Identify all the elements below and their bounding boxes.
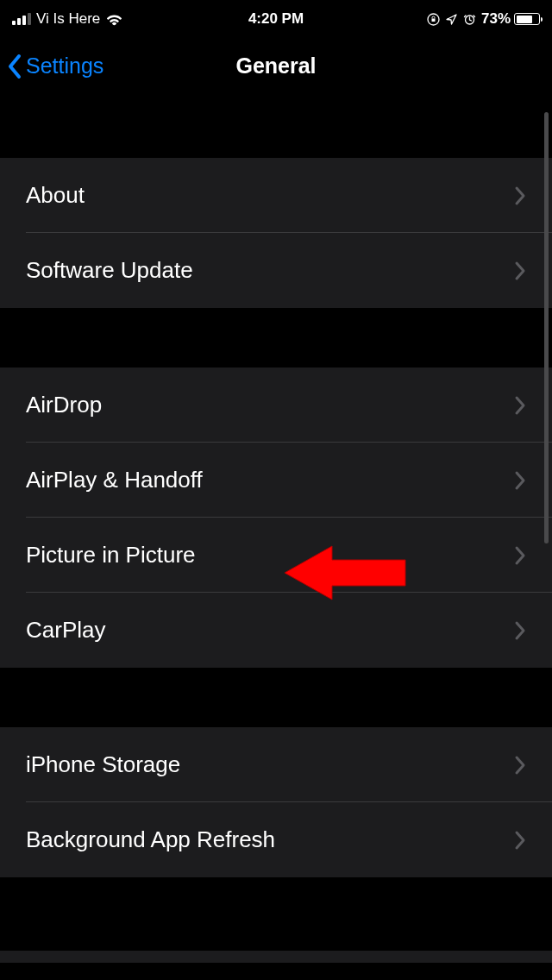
row-label: Software Update [26, 257, 193, 284]
row-background-app-refresh[interactable]: Background App Refresh [0, 802, 552, 877]
status-time: 4:20 PM [248, 10, 304, 28]
cellular-signal-icon [12, 13, 31, 25]
row-about[interactable]: About [0, 158, 552, 233]
chevron-right-icon [514, 755, 526, 776]
chevron-right-icon [514, 185, 526, 206]
section-spacer [0, 308, 552, 368]
settings-group-2: AirDrop AirPlay & Handoff Picture in Pic… [0, 368, 552, 668]
row-label: Picture in Picture [26, 542, 196, 569]
row-carplay[interactable]: CarPlay [0, 593, 552, 668]
chevron-right-icon [514, 545, 526, 566]
section-spacer [0, 877, 552, 951]
back-button[interactable]: Settings [7, 53, 104, 79]
row-label: AirPlay & Handoff [26, 467, 203, 493]
row-label: iPhone Storage [26, 751, 180, 778]
alarm-icon [463, 13, 476, 26]
svg-rect-1 [431, 18, 435, 22]
row-airdrop[interactable]: AirDrop [0, 368, 552, 443]
carrier-label: Vi Is Here [36, 10, 100, 28]
status-bar: Vi Is Here 4:20 PM 73% [0, 0, 552, 38]
row-label: Background App Refresh [26, 826, 275, 853]
chevron-right-icon [514, 395, 526, 416]
navigation-bar: Settings General [0, 38, 552, 95]
chevron-right-icon [514, 470, 526, 491]
settings-group-1: About Software Update [0, 158, 552, 308]
row-software-update[interactable]: Software Update [0, 233, 552, 308]
row-label: CarPlay [26, 617, 105, 644]
wifi-icon [105, 13, 123, 26]
battery-icon [514, 13, 540, 25]
battery-indicator: 73% [481, 10, 540, 28]
row-airplay-handoff[interactable]: AirPlay & Handoff [0, 443, 552, 518]
settings-group-peek [0, 951, 552, 963]
chevron-right-icon [514, 620, 526, 641]
back-label: Settings [26, 53, 104, 79]
chevron-right-icon [514, 261, 526, 281]
chevron-right-icon [514, 830, 526, 851]
row-label: About [26, 182, 85, 209]
settings-group-3: iPhone Storage Background App Refresh [0, 727, 552, 877]
row-iphone-storage[interactable]: iPhone Storage [0, 727, 552, 802]
row-picture-in-picture[interactable]: Picture in Picture [0, 518, 552, 593]
page-title: General [235, 53, 316, 79]
location-icon [445, 13, 458, 26]
row-label: AirDrop [26, 392, 102, 418]
status-right: 73% [427, 10, 540, 28]
section-spacer [0, 668, 552, 727]
status-left: Vi Is Here [12, 10, 123, 28]
battery-percent-label: 73% [481, 10, 511, 28]
section-spacer [0, 95, 552, 158]
rotation-lock-icon [427, 13, 440, 26]
chevron-left-icon [7, 53, 22, 79]
scroll-indicator[interactable] [544, 112, 549, 543]
